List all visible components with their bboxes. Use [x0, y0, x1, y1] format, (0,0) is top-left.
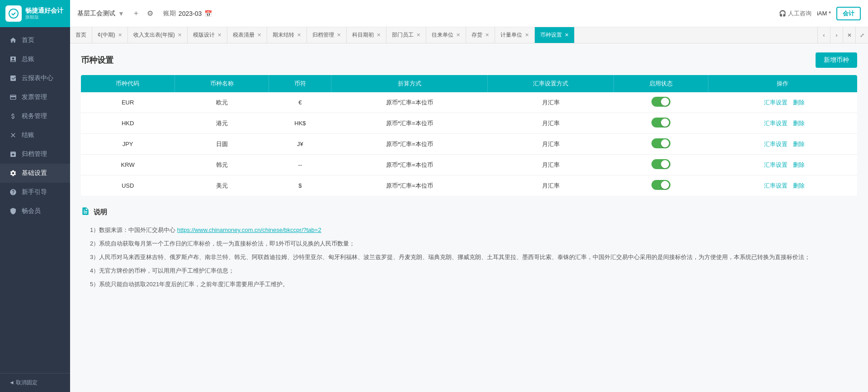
tab-units-close[interactable]: ✕	[525, 32, 529, 38]
tab-tax-label: 税表清册	[233, 31, 255, 39]
tab-tax[interactable]: 税表清册 ✕	[227, 27, 267, 43]
company-name: 基层工会测试	[77, 9, 115, 18]
logo-icon	[5, 5, 22, 22]
delete-link-0[interactable]: 删除	[793, 99, 805, 106]
tab-subjects[interactable]: 科目期初 ✕	[347, 27, 387, 43]
col-calc: 折算方式	[331, 75, 488, 92]
ledger-icon	[9, 55, 17, 63]
cell-code-3: KRW	[81, 155, 175, 175]
tab-dept-label: 部门员工	[392, 31, 414, 39]
sidebar-nav: 首页 总账 云报表中心 发票管理 税务管理	[0, 27, 70, 373]
tab-close-all-button[interactable]: ✕	[843, 27, 855, 43]
cell-rate-method-3: 月汇率	[488, 155, 614, 175]
tab-period-end[interactable]: 期末结转 ✕	[267, 27, 307, 43]
sidebar-item-guide[interactable]: 新手引导	[0, 183, 70, 202]
content-area: 币种设置 新增币种 币种代码 币种名称 币符 折算方式 汇率设置方式 启用状态 …	[70, 43, 868, 392]
tab-subjects-close[interactable]: ✕	[377, 32, 381, 38]
toggle-2[interactable]	[651, 138, 670, 148]
tab-income-close[interactable]: ✕	[178, 32, 182, 38]
cell-enabled-1	[614, 113, 708, 134]
notice-link[interactable]: https://www.chinamoney.com.cn/chinese/bk…	[177, 227, 321, 233]
cell-code-2: JPY	[81, 134, 175, 155]
table-row: KRW 韩元 -- 原币*汇率=本位币 月汇率 汇率设置 删除	[81, 155, 857, 175]
tab-units[interactable]: 计量单位 ✕	[495, 27, 535, 43]
tab-tax-close[interactable]: ✕	[257, 32, 261, 38]
sidebar-item-ledger[interactable]: 总账	[0, 50, 70, 69]
tab-home[interactable]: 首页	[70, 27, 92, 43]
user-role-button[interactable]: 会计	[836, 7, 861, 20]
sidebar-item-archive[interactable]: 归档管理	[0, 145, 70, 164]
tab-dept-close[interactable]: ✕	[416, 32, 420, 38]
tab-archive[interactable]: 归档管理 ✕	[307, 27, 347, 43]
cell-enabled-0	[614, 92, 708, 113]
rate-setting-link-1[interactable]: 汇率设置	[764, 120, 788, 127]
tab-period-end-close[interactable]: ✕	[297, 32, 301, 38]
rate-setting-link-3[interactable]: 汇率设置	[764, 161, 788, 168]
rate-setting-link-2[interactable]: 汇率设置	[764, 141, 788, 147]
company-arrow-icon[interactable]: ▼	[118, 10, 124, 17]
sidebar-item-reports[interactable]: 云报表中心	[0, 69, 70, 88]
table-row: HKD 港元 HK$ 原币*汇率=本位币 月汇率 汇率设置 删除	[81, 113, 857, 134]
new-currency-button[interactable]: 新增币种	[816, 52, 857, 68]
tab-archive-close[interactable]: ✕	[337, 32, 341, 38]
iam-label[interactable]: iAM *	[817, 10, 831, 17]
toggle-1[interactable]	[651, 118, 670, 128]
cell-name-1: 港元	[175, 113, 269, 134]
cell-name-2: 日圆	[175, 134, 269, 155]
tabbar-arrows: ‹ › ✕ ⤢	[817, 27, 868, 43]
cell-calc-2: 原币*汇率=本位币	[331, 134, 488, 155]
cell-calc-0: 原币*汇率=本位币	[331, 92, 488, 113]
notice-item-0: 1）数据来源：中国外汇交易中心 https://www.chinamoney.c…	[81, 223, 857, 237]
page-header: 币种设置 新增币种	[81, 52, 857, 68]
toggle-0[interactable]	[651, 97, 670, 107]
sidebar-item-member[interactable]: 畅会员	[0, 202, 70, 221]
tab-period-close[interactable]: ✕	[118, 32, 122, 38]
sidebar-item-settings[interactable]: 基础设置	[0, 164, 70, 183]
tab-contacts-close[interactable]: ✕	[456, 32, 460, 38]
tab-currency[interactable]: 币种设置 ✕	[535, 27, 575, 43]
sidebar-item-invoice[interactable]: 发票管理	[0, 88, 70, 107]
guide-icon	[9, 188, 17, 196]
logo-sub: 旗舰版	[25, 14, 63, 20]
sidebar-item-member-label: 畅会员	[22, 207, 41, 215]
delete-link-4[interactable]: 删除	[793, 182, 805, 189]
sidebar-item-home[interactable]: 首页	[0, 31, 70, 50]
add-button[interactable]: ＋	[131, 7, 142, 20]
toggle-4[interactable]	[651, 180, 670, 190]
cell-action-2: 汇率设置 删除	[708, 134, 857, 155]
tab-home-label: 首页	[75, 31, 86, 39]
cell-symbol-1: HK$	[269, 113, 331, 134]
tab-dept[interactable]: 部门员工 ✕	[387, 27, 426, 43]
settings-icon[interactable]: ⚙	[145, 7, 155, 19]
tab-period[interactable]: ¢(中期) ✕	[92, 27, 128, 43]
sidebar-footer-label: ◄ 取消固定	[9, 379, 38, 387]
tab-period-end-label: 期末结转	[273, 31, 294, 39]
toggle-3[interactable]	[651, 159, 670, 169]
tab-income[interactable]: 收入支出表(年报) ✕	[128, 27, 188, 43]
notice-title: 说明	[81, 207, 857, 218]
tab-inventory-close[interactable]: ✕	[485, 32, 489, 38]
tab-template[interactable]: 模版设计 ✕	[188, 27, 227, 43]
tab-expand-button[interactable]: ⤢	[855, 27, 868, 43]
tab-prev-button[interactable]: ‹	[817, 27, 830, 43]
tab-next-button[interactable]: ›	[830, 27, 843, 43]
currency-table-wrapper: 币种代码 币种名称 币符 折算方式 汇率设置方式 启用状态 操作 EUR 欧元 …	[81, 75, 857, 196]
sidebar-item-tax[interactable]: 税务管理	[0, 107, 70, 126]
sidebar-item-checkout[interactable]: 结账	[0, 126, 70, 145]
delete-link-3[interactable]: 删除	[793, 161, 805, 168]
delete-link-2[interactable]: 删除	[793, 141, 805, 147]
cell-action-4: 汇率设置 删除	[708, 175, 857, 196]
rate-setting-link-0[interactable]: 汇率设置	[764, 99, 788, 106]
cell-calc-3: 原币*汇率=本位币	[331, 155, 488, 175]
rate-setting-link-4[interactable]: 汇率设置	[764, 182, 788, 189]
tab-currency-close[interactable]: ✕	[565, 32, 569, 38]
tab-inventory[interactable]: 存货 ✕	[466, 27, 495, 43]
tab-contacts[interactable]: 往来单位 ✕	[426, 27, 466, 43]
delete-link-1[interactable]: 删除	[793, 120, 805, 127]
tab-template-close[interactable]: ✕	[217, 32, 222, 38]
sidebar-toggle[interactable]: ◄ 取消固定	[0, 373, 70, 392]
notice-title-text: 说明	[94, 208, 107, 217]
service-button[interactable]: 🎧 人工咨询	[779, 9, 811, 18]
cell-calc-4: 原币*汇率=本位币	[331, 175, 488, 196]
calendar-icon[interactable]: 📅	[204, 10, 212, 17]
